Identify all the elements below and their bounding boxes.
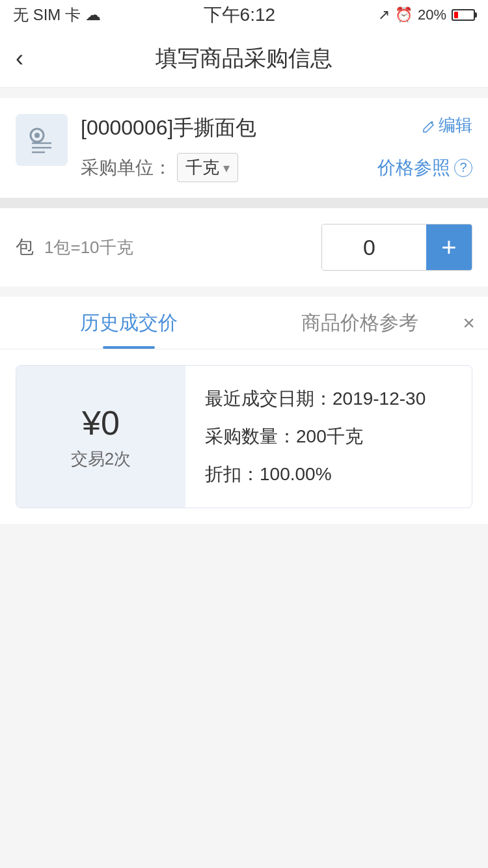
tab-active-indicator [103, 346, 155, 349]
bag-unit-label: 1包=10千克 [44, 236, 133, 259]
status-left: 无 SIM 卡 ☁ [13, 5, 101, 25]
recent-date-value: 2019-12-30 [332, 388, 426, 409]
tab-history-label: 历史成交价 [80, 310, 178, 336]
product-thumbnail [16, 114, 68, 166]
history-right: 最近成交日期：2019-12-30 采购数量：200千克 折扣：100.00% [185, 366, 472, 508]
history-left: ¥0 交易2次 [16, 366, 185, 508]
product-card: [0000006]手撕面包 编辑 采购单位： 千克 ▾ 价格参照 ? [0, 98, 488, 198]
page-title: 填写商品采购信息 [156, 44, 332, 74]
section-divider [0, 198, 488, 208]
battery-icon [452, 9, 475, 21]
bottom-space [0, 524, 488, 868]
product-header: [0000006]手撕面包 编辑 [81, 114, 472, 142]
history-trade-count: 交易2次 [71, 448, 131, 470]
quantity-detail-value: 200千克 [296, 426, 363, 446]
nav-bar: ‹ 填写商品采购信息 [0, 29, 488, 88]
sim-label: 无 SIM 卡 ☁ [13, 5, 101, 25]
product-name: [0000006]手撕面包 [81, 114, 256, 142]
bag-unit-icon: 包 [16, 235, 34, 260]
tab-reference-label: 商品价格参考 [301, 310, 418, 336]
history-card: ¥0 交易2次 最近成交日期：2019-12-30 采购数量：200千克 折扣：… [16, 365, 472, 508]
quantity-detail-label: 采购数量： [205, 426, 296, 446]
recent-date-row: 最近成交日期：2019-12-30 [205, 385, 452, 413]
tab-bar: 历史成交价 商品价格参考 × [0, 297, 488, 349]
price-reference-button[interactable]: 价格参照 ? [377, 156, 472, 180]
quantity-plus-button[interactable]: + [426, 224, 472, 270]
unit-value: 千克 [185, 156, 219, 179]
unit-select[interactable]: 千克 ▾ [177, 153, 238, 182]
close-button[interactable]: × [463, 311, 475, 335]
alarm-icon: ⏰ [395, 7, 413, 23]
edit-label: 编辑 [439, 114, 472, 137]
edit-button[interactable]: 编辑 [422, 114, 472, 137]
status-bar: 无 SIM 卡 ☁ 下午6:12 ↗ ⏰ 20% [0, 0, 488, 29]
tab-history[interactable]: 历史成交价 [13, 297, 244, 349]
quantity-input[interactable] [322, 224, 426, 270]
recent-date-label: 最近成交日期： [205, 388, 332, 409]
quantity-input-wrap: + [321, 224, 472, 271]
price-ref-label: 价格参照 [377, 156, 450, 180]
status-time: 下午6:12 [204, 3, 276, 27]
battery-pct: 20% [418, 7, 446, 23]
history-content: ¥0 交易2次 最近成交日期：2019-12-30 采购数量：200千克 折扣：… [0, 349, 488, 524]
quantity-row-detail: 采购数量：200千克 [205, 423, 452, 450]
chevron-down-icon: ▾ [223, 160, 230, 176]
product-info: [0000006]手撕面包 编辑 采购单位： 千克 ▾ 价格参照 ? [81, 114, 472, 182]
tab-reference[interactable]: 商品价格参考 [244, 297, 475, 349]
help-icon: ? [454, 159, 472, 177]
product-unit-row: 采购单位： 千克 ▾ 价格参照 ? [81, 153, 472, 182]
back-button[interactable]: ‹ [16, 45, 23, 72]
status-right: ↗ ⏰ 20% [378, 7, 475, 23]
quantity-left: 包 1包=10千克 [16, 235, 133, 260]
unit-label: 采购单位： [81, 156, 172, 180]
history-price: ¥0 [82, 403, 120, 442]
discount-row: 折扣：100.00% [205, 461, 452, 488]
svg-point-1 [34, 133, 40, 138]
location-icon: ↗ [378, 7, 390, 23]
discount-value: 100.00% [260, 464, 332, 484]
quantity-row: 包 1包=10千克 + [0, 208, 488, 286]
discount-label: 折扣： [205, 464, 260, 484]
